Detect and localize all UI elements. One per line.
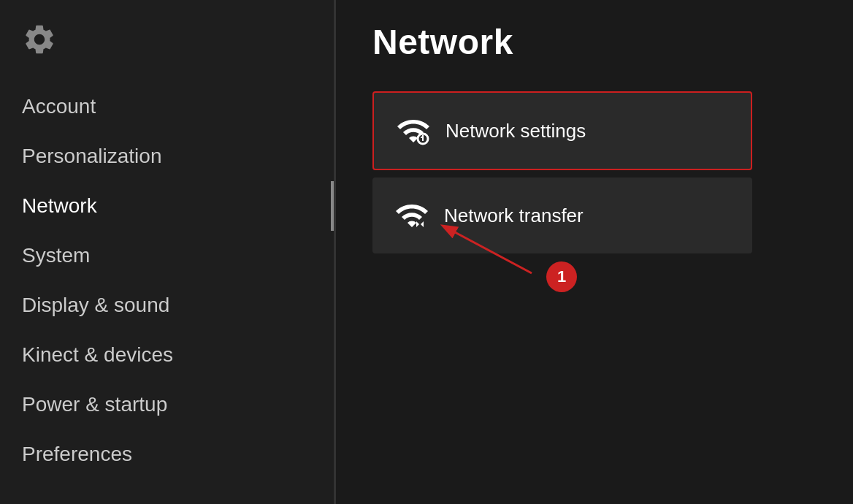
network-settings-item[interactable]: Network settings: [372, 91, 752, 170]
settings-list: Network settings Network transfer: [372, 91, 752, 253]
svg-point-1: [422, 135, 424, 137]
sidebar-item-system[interactable]: System: [0, 231, 334, 280]
page-title: Network: [372, 22, 816, 62]
sidebar-item-account[interactable]: Account: [0, 82, 334, 131]
gear-icon: [22, 22, 57, 57]
network-settings-label: Network settings: [445, 120, 586, 142]
sidebar-item-kinect-devices[interactable]: Kinect & devices: [0, 330, 334, 380]
network-transfer-icon: [394, 198, 429, 233]
main-content: Network Network settings Network transfe…: [336, 0, 853, 504]
annotation-badge-1: 1: [546, 261, 577, 292]
sidebar-nav: Account Personalization Network System D…: [0, 82, 334, 504]
sidebar-item-display-sound[interactable]: Display & sound: [0, 280, 334, 330]
network-transfer-item[interactable]: Network transfer: [372, 177, 752, 253]
gear-icon-container: [0, 15, 334, 82]
sidebar-item-personalization[interactable]: Personalization: [0, 131, 334, 181]
sidebar-item-network[interactable]: Network: [0, 181, 334, 231]
sidebar-item-power-startup[interactable]: Power & startup: [0, 380, 334, 429]
network-transfer-label: Network transfer: [444, 205, 584, 227]
sidebar: Account Personalization Network System D…: [0, 0, 336, 504]
network-settings-icon: [396, 113, 431, 148]
sidebar-item-preferences[interactable]: Preferences: [0, 429, 334, 479]
